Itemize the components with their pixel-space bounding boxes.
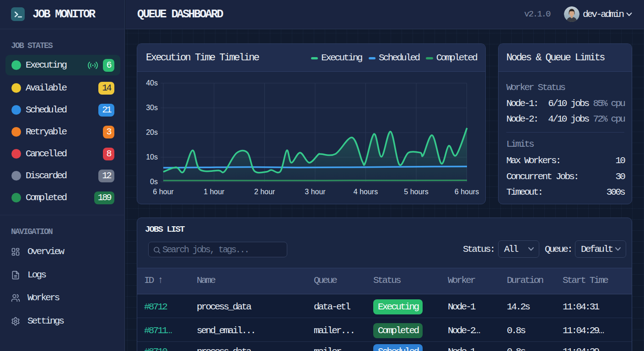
svg-text:1 hour: 1 hour <box>204 188 225 196</box>
svg-text:6 hour: 6 hour <box>153 188 174 196</box>
svg-text:6 hours: 6 hours <box>455 188 479 196</box>
svg-text:40s: 40s <box>146 79 158 87</box>
svg-text:5 hours: 5 hours <box>404 188 428 196</box>
svg-text:2 hour: 2 hour <box>254 188 275 196</box>
svg-text:3 hour: 3 hour <box>305 188 326 196</box>
svg-text:10s: 10s <box>146 153 158 161</box>
svg-text:20s: 20s <box>146 128 158 136</box>
svg-text:4 hours: 4 hours <box>354 188 378 196</box>
svg-text:30s: 30s <box>146 104 158 112</box>
svg-text:0s: 0s <box>150 178 158 186</box>
